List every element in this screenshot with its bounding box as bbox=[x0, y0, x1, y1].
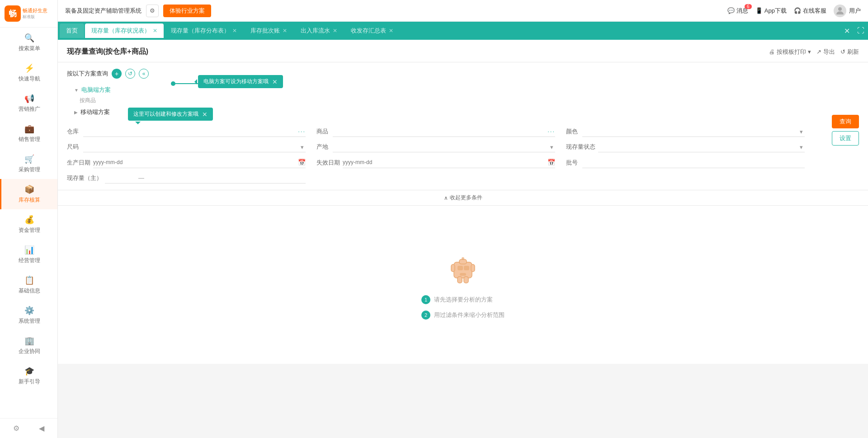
warehouse-dots[interactable]: ··· bbox=[298, 128, 306, 135]
sidebar-item-search[interactable]: 🔍 搜索菜单 bbox=[0, 28, 57, 58]
step2-num: 2 bbox=[421, 311, 430, 320]
scheme-pc-label: 电脑端方案 bbox=[81, 86, 111, 94]
expire-date-input[interactable] bbox=[343, 159, 546, 165]
tab-batch[interactable]: 库存批次账 ✕ bbox=[244, 24, 293, 38]
batch-input[interactable] bbox=[582, 157, 805, 168]
tab-inventory-status[interactable]: 现存量（库存状况表） ✕ bbox=[85, 24, 164, 38]
refresh-btn[interactable]: ↺ 刷新 bbox=[840, 48, 859, 56]
topbar-app-btn[interactable]: 📱 App下载 bbox=[755, 7, 787, 15]
produce-date-calendar-icon[interactable]: 📅 bbox=[298, 159, 306, 166]
tab-collect[interactable]: 收发存汇总表 ✕ bbox=[344, 24, 400, 38]
tab-close-inventory-status[interactable]: ✕ bbox=[153, 28, 157, 34]
collapse-sidebar-btn[interactable]: ◀ bbox=[39, 424, 44, 433]
collapse-bar[interactable]: ∧ 收起更多条件 bbox=[58, 190, 868, 206]
svg-rect-3 bbox=[464, 266, 469, 270]
tab-close-collect[interactable]: ✕ bbox=[389, 28, 393, 34]
tabbar-controls: ✕ ⛶ bbox=[842, 27, 866, 35]
topbar-service-btn[interactable]: 🎧 在线客服 bbox=[794, 7, 826, 15]
industry-btn[interactable]: 体验行业方案 bbox=[163, 5, 211, 17]
stock-qty-max[interactable] bbox=[146, 174, 178, 181]
settings-bottom-btn[interactable]: ⚙ bbox=[13, 424, 19, 433]
chart-icon: 📊 bbox=[24, 245, 34, 255]
chevron-up-icon: ∧ bbox=[444, 195, 448, 201]
filter-expire-date: 失效日期 📅 bbox=[316, 157, 555, 168]
filter-refresh-btn[interactable]: ↺ bbox=[125, 69, 135, 79]
step1-num: 1 bbox=[421, 295, 430, 304]
warehouse-label: 仓库 bbox=[67, 127, 80, 136]
origin-select[interactable] bbox=[333, 141, 555, 152]
topbar-settings-btn[interactable]: ⚙ bbox=[146, 5, 159, 17]
topbar-user-menu[interactable]: 用户 bbox=[834, 5, 861, 17]
origin-label: 产地 bbox=[316, 143, 330, 151]
size-label: 尺码 bbox=[67, 143, 80, 151]
tab-close-inout[interactable]: ✕ bbox=[333, 28, 337, 34]
color-select[interactable] bbox=[582, 126, 805, 137]
topbar-message-btn[interactable]: 💬 消息 6 bbox=[727, 7, 748, 15]
setup-button[interactable]: 设置 bbox=[832, 131, 859, 146]
sidebar-item-basic[interactable]: 📋 基础信息 bbox=[0, 270, 57, 300]
svg-rect-5 bbox=[459, 259, 467, 264]
svg-rect-7 bbox=[451, 264, 455, 272]
topbar: 装备及固定资产辅助管理系统 ⚙ 体验行业方案 💬 消息 6 📱 App下载 🎧 … bbox=[58, 0, 868, 22]
chevron-down-icon: ▾ bbox=[808, 48, 811, 55]
sidebar-item-enterprise[interactable]: 🏢 企业协同 bbox=[0, 330, 57, 361]
filter-add-btn[interactable]: + bbox=[112, 69, 122, 79]
expire-date-calendar-icon[interactable]: 📅 bbox=[547, 159, 555, 166]
sidebar-item-quick-nav[interactable]: ⚡ 快速导航 bbox=[0, 58, 57, 88]
produce-date-start[interactable] bbox=[93, 159, 296, 165]
tooltip2-close-btn[interactable]: ✕ bbox=[202, 111, 208, 118]
svg-rect-4 bbox=[460, 273, 466, 276]
tab-inventory-dist[interactable]: 现存量（库存分布表） ✕ bbox=[165, 24, 243, 38]
filter-label: 按以下方案查询 bbox=[67, 70, 108, 78]
empty-step-2: 2 用过滤条件来缩小分析范围 bbox=[421, 309, 505, 321]
printer-icon: 🖨 bbox=[769, 48, 775, 55]
phone-icon: 📱 bbox=[755, 7, 763, 14]
sidebar-item-business[interactable]: 📊 经营管理 bbox=[0, 240, 57, 270]
filter-back-btn[interactable]: « bbox=[139, 69, 149, 79]
sidebar-item-purchase[interactable]: 🛒 采购管理 bbox=[0, 149, 57, 179]
graduation-icon: 🎓 bbox=[24, 366, 34, 376]
sidebar-item-system[interactable]: ⚙️ 系统管理 bbox=[0, 300, 57, 330]
print-btn[interactable]: 🖨 按模板打印 ▾ bbox=[769, 48, 811, 56]
logo: 畅 畅通好生意 标准版 bbox=[0, 0, 57, 28]
tab-close-batch[interactable]: ✕ bbox=[283, 28, 287, 34]
product-dots[interactable]: ··· bbox=[547, 128, 555, 135]
produce-date-label: 生产日期 bbox=[67, 159, 90, 167]
tab-inout[interactable]: 出入库流水 ✕ bbox=[294, 24, 344, 38]
svg-point-0 bbox=[838, 7, 842, 11]
empty-steps: 1 请先选择要分析的方案 2 用过滤条件来缩小分析范围 bbox=[421, 294, 505, 321]
sidebar-item-marketing[interactable]: 📢 营销推广 bbox=[0, 88, 57, 118]
stock-qty-min[interactable] bbox=[105, 174, 137, 181]
scheme-pc-sub: 按商品 bbox=[71, 97, 859, 105]
size-select[interactable] bbox=[83, 141, 306, 152]
arrow-down-icon: ▼ bbox=[74, 88, 79, 93]
clipboard-icon: 📋 bbox=[24, 275, 34, 285]
svg-rect-10 bbox=[464, 277, 468, 283]
tooltip1-close-btn[interactable]: ✕ bbox=[272, 78, 278, 85]
scheme-mobile-label: 移动端方案 bbox=[80, 108, 110, 116]
sidebar-item-guide[interactable]: 🎓 新手引导 bbox=[0, 361, 57, 391]
sidebar-item-finance[interactable]: 💰 资金管理 bbox=[0, 209, 57, 240]
tab-close-inventory-dist[interactable]: ✕ bbox=[232, 28, 237, 34]
scheme-pc-item[interactable]: ▼ 电脑端方案 bbox=[71, 84, 859, 96]
tab-maximize-btn[interactable]: ⛶ bbox=[855, 27, 866, 35]
sidebar-item-inventory[interactable]: 📦 库存核算 bbox=[0, 179, 57, 209]
filter-size: 尺码 ▾ bbox=[67, 141, 306, 152]
page-header: 现存量查询(按仓库+商品) 🖨 按模板打印 ▾ ↗ 导出 ↺ 刷新 bbox=[58, 40, 868, 62]
export-btn[interactable]: ↗ 导出 bbox=[816, 48, 835, 56]
megaphone-icon: 📢 bbox=[24, 94, 34, 104]
filter-produce-date: 生产日期 📅 bbox=[67, 157, 306, 168]
page-header-actions: 🖨 按模板打印 ▾ ↗ 导出 ↺ 刷新 bbox=[769, 48, 859, 56]
sidebar-item-sales[interactable]: 💼 销售管理 bbox=[0, 118, 57, 149]
stock-status-select[interactable] bbox=[598, 141, 805, 152]
main-content: 装备及固定资产辅助管理系统 ⚙ 体验行业方案 💬 消息 6 📱 App下载 🎧 … bbox=[58, 0, 868, 438]
tab-home[interactable]: 首页 bbox=[60, 24, 84, 38]
message-icon: 💬 bbox=[727, 7, 735, 14]
lightning-icon: ⚡ bbox=[24, 63, 34, 73]
arrow-right-icon: ▶ bbox=[74, 110, 78, 115]
briefcase-icon: 💼 bbox=[24, 124, 34, 134]
query-button[interactable]: 查询 bbox=[832, 115, 859, 128]
product-label: 商品 bbox=[316, 127, 330, 136]
stock-status-label: 现存量状态 bbox=[566, 143, 595, 151]
tab-close-all-btn[interactable]: ✕ bbox=[842, 27, 852, 35]
